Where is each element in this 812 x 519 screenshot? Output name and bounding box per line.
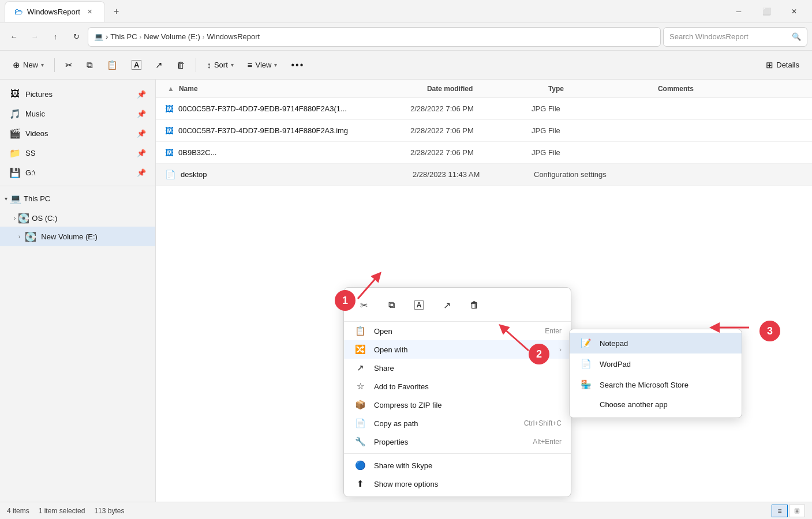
breadcrumb-windows-report[interactable]: WindowsReport (207, 32, 260, 41)
maximize-icon: ⬜ (762, 7, 771, 16)
ctx-add-favorites[interactable]: ☆ Add to Favorites (344, 377, 571, 396)
breadcrumb-sep0: › (106, 32, 108, 41)
file-icon-2: 🖼 (165, 148, 174, 157)
titlebar: 🗁 WindowsReport ✕ + ─ ⬜ ✕ (0, 0, 812, 23)
submenu-choose-app[interactable]: Choose another app (570, 395, 742, 414)
delete-icon: 🗑 (177, 60, 185, 70)
new-tab-button[interactable]: + (107, 2, 126, 21)
sidebar-item-videos[interactable]: 🎬 Videos 📌 (0, 123, 155, 143)
delete-button[interactable]: 🗑 (171, 55, 191, 75)
ctx-delete-icon: 🗑 (470, 300, 479, 310)
file-row-2[interactable]: 🖼 0B9B32C... 2/28/2022 7:06 PM JPG File (156, 142, 812, 164)
ctx-rename-button[interactable]: A (409, 295, 429, 315)
up-button[interactable]: ↑ (46, 28, 65, 46)
ctx-share-button[interactable]: ↗ (436, 295, 457, 315)
rename-button[interactable]: A (126, 55, 147, 75)
file-type-1: JPG File (532, 126, 641, 135)
view-button[interactable]: ≡ View ▾ (242, 55, 283, 75)
breadcrumb-this-pc[interactable]: This PC (110, 32, 137, 41)
column-header-date[interactable]: Date modified (427, 85, 548, 93)
new-label: New (23, 61, 38, 69)
sidebar-label-music: Music (25, 110, 45, 118)
ctx-delete-button[interactable]: 🗑 (464, 295, 485, 315)
pin-icon-ss: 📌 (137, 149, 146, 157)
close-window-button[interactable]: ✕ (781, 2, 807, 21)
breadcrumb-new-volume[interactable]: New Volume (E:) (144, 32, 200, 41)
copy-button[interactable]: ⧉ (81, 55, 99, 75)
file-date-0: 2/28/2022 7:06 PM (410, 104, 532, 113)
ctx-more-icon: ⬆ (353, 479, 367, 489)
ms-store-label: Search the Microsoft Store (600, 381, 688, 389)
tab-close-button[interactable]: ✕ (85, 6, 95, 17)
ctx-favorites-label: Add to Favorites (374, 382, 562, 391)
ctx-rename-icon: A (414, 300, 424, 310)
submenu-ms-store[interactable]: 🏪 Search the Microsoft Store (570, 374, 742, 395)
column-header-name[interactable]: Name (179, 85, 427, 93)
paste-button[interactable]: 📋 (101, 55, 124, 75)
minimize-button[interactable]: ─ (725, 2, 752, 21)
new-button[interactable]: ⊕ New ▾ (7, 55, 50, 75)
sidebar-item-new-volume[interactable]: › 💽 New Volume (E:) (0, 227, 155, 246)
list-view-icon: ≡ (777, 507, 781, 515)
forward-button[interactable]: → (25, 28, 44, 46)
back-icon: ← (10, 32, 18, 41)
file-type-0: JPG File (532, 104, 641, 113)
grid-view-button[interactable]: ⊞ (789, 505, 805, 517)
file-icon-3: 📄 (165, 170, 176, 180)
details-button[interactable]: ⊞ Details (760, 55, 805, 75)
column-header-comments[interactable]: Comments (658, 85, 803, 93)
share-button[interactable]: ↗ (149, 55, 169, 75)
sidebar-item-ss[interactable]: 📁 SS 📌 (0, 143, 155, 163)
open-with-submenu: 📝 Notepad 📄 WordPad 🏪 Search the Microso… (569, 329, 742, 418)
search-placeholder: Search WindowsReport (669, 32, 749, 41)
os-c-group-header[interactable]: › 💽 OS (C:) (0, 209, 155, 227)
this-pc-group-header[interactable]: ▾ 💻 This PC (0, 190, 155, 207)
plus-icon: + (114, 6, 119, 17)
rename-icon: A (132, 60, 141, 70)
search-icon: 🔍 (792, 32, 801, 41)
refresh-icon: ↻ (73, 32, 80, 41)
file-row-1[interactable]: 🖼 00C0C5B7-F37D-4DD7-9EDB-9714F880F2A3.i… (156, 120, 812, 142)
column-header-type[interactable]: Type (548, 85, 658, 93)
sort-chevron-up: ▲ (165, 85, 179, 93)
pc-icon: 💻 (94, 32, 103, 41)
maximize-button[interactable]: ⬜ (753, 2, 780, 21)
up-icon: ↑ (54, 32, 58, 41)
ctx-skype-icon: 🔵 (353, 460, 367, 471)
new-volume-icon: 💽 (25, 231, 36, 242)
back-button[interactable]: ← (5, 28, 23, 46)
ctx-compress[interactable]: 📦 Compress to ZIP file (344, 396, 571, 414)
refresh-button[interactable]: ↻ (67, 28, 85, 46)
file-name-1: 00C0C5B7-F37D-4DD7-9EDB-9714F880F2A3.img (178, 126, 410, 135)
music-icon: 🎵 (9, 108, 21, 119)
ctx-open[interactable]: 📋 Open Enter (344, 322, 571, 340)
ctx-more-options[interactable]: ⬆ Show more options (344, 475, 571, 493)
active-tab[interactable]: 🗁 WindowsReport ✕ (5, 1, 105, 22)
step-1-arrow (352, 270, 387, 306)
search-bar[interactable]: Search WindowsReport 🔍 (663, 27, 807, 47)
details-label: Details (776, 61, 799, 69)
sidebar-item-music[interactable]: 🎵 Music 📌 (0, 104, 155, 123)
ctx-skype[interactable]: 🔵 Share with Skype (344, 456, 571, 475)
sidebar-item-pictures[interactable]: 🖼 Pictures 📌 (0, 84, 155, 104)
window-controls: ─ ⬜ ✕ (725, 2, 807, 21)
ctx-properties[interactable]: 🔧 Properties Alt+Enter (344, 432, 571, 451)
breadcrumb-bar[interactable]: 💻 › This PC › New Volume (E:) › WindowsR… (88, 27, 661, 47)
cut-button[interactable]: ✂ (59, 55, 78, 75)
submenu-wordpad[interactable]: 📄 WordPad (570, 353, 742, 374)
ctx-copy-path[interactable]: 📄 Copy as path Ctrl+Shift+C (344, 414, 571, 432)
ctx-properties-shortcut: Alt+Enter (533, 438, 562, 446)
os-c-group: › 💽 OS (C:) (0, 209, 155, 227)
sort-button[interactable]: ↕ Sort ▾ (201, 55, 239, 75)
sidebar: 🖼 Pictures 📌 🎵 Music 📌 🎬 Videos 📌 📁 SS 📌… (0, 80, 156, 502)
g-drive-icon: 💾 (9, 167, 21, 178)
new-volume-chevron: › (18, 234, 20, 240)
file-icon-0: 🖼 (165, 104, 174, 114)
file-name-0: 00C0C5B7-F37D-4DD7-9EDB-9714F880F2A3(1..… (178, 104, 410, 113)
list-view-button[interactable]: ≡ (772, 505, 788, 517)
file-row-0[interactable]: 🖼 00C0C5B7-F37D-4DD7-9EDB-9714F880F2A3(1… (156, 98, 812, 120)
notepad-label: Notepad (600, 339, 628, 348)
file-row-3[interactable]: 📄 desktop 2/28/2023 11:43 AM Configurati… (156, 164, 812, 186)
sidebar-item-g[interactable]: 💾 G:\ 📌 (0, 163, 155, 182)
more-options-button[interactable]: ••• (285, 55, 310, 75)
